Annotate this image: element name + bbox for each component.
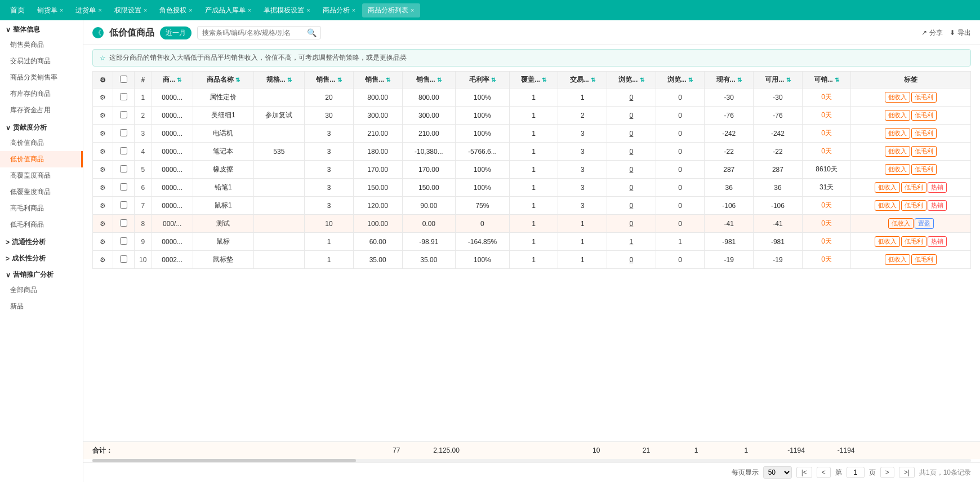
th-sales-amount[interactable]: 销售... ⇅	[353, 72, 402, 89]
row-checkbox[interactable]	[120, 165, 127, 173]
search-input[interactable]	[197, 26, 321, 39]
td-checkbox[interactable]	[113, 125, 135, 143]
sidebar-item-high-margin[interactable]: 高毛利商品	[0, 200, 83, 216]
th-name[interactable]: 商品名称 ⇅	[193, 72, 253, 89]
row-checkbox[interactable]	[120, 201, 127, 209]
td-browse1[interactable]: 0	[607, 197, 656, 215]
nav-purchase[interactable]: 进货单 ×	[70, 3, 107, 17]
sidebar-item-stocked-products[interactable]: 有库存的商品	[0, 86, 83, 102]
td-browse1[interactable]: 0	[607, 107, 656, 125]
sidebar-item-sales-products[interactable]: 销售类商品	[0, 37, 83, 53]
th-spec[interactable]: 规格... ⇅	[253, 72, 305, 89]
td-browse1[interactable]: 0	[607, 161, 656, 179]
export-button[interactable]: ⬇ 导出	[950, 28, 971, 38]
td-settings[interactable]: ⚙	[93, 125, 113, 143]
sidebar-item-capital-usage[interactable]: 库存资金占用	[0, 102, 83, 118]
th-sellable[interactable]: 可销... ⇅	[802, 72, 851, 89]
row-checkbox[interactable]	[120, 147, 127, 154]
td-browse1[interactable]: 1	[607, 233, 656, 251]
sidebar-item-low-coverage[interactable]: 低覆盖度商品	[0, 184, 83, 200]
page-size-select[interactable]: 50 100 200	[763, 466, 792, 479]
th-avail[interactable]: 可用... ⇅	[754, 72, 803, 89]
td-checkbox[interactable]	[113, 143, 135, 161]
td-settings[interactable]: ⚙	[93, 161, 113, 179]
sidebar-item-high-value[interactable]: 高价值商品	[0, 135, 83, 151]
nav-close-permissions[interactable]: ×	[144, 7, 147, 14]
browse-link[interactable]: 0	[630, 148, 634, 156]
nav-permissions[interactable]: 权限设置 ×	[109, 3, 153, 17]
nav-close-analysis[interactable]: ×	[352, 7, 355, 14]
nav-products[interactable]: 产成品入库单 ×	[199, 3, 257, 17]
td-browse1[interactable]: 0	[607, 251, 656, 269]
sidebar-item-all-products[interactable]: 全部商品	[0, 282, 83, 298]
td-checkbox[interactable]	[113, 233, 135, 251]
td-checkbox[interactable]	[113, 197, 135, 215]
row-checkbox[interactable]	[120, 237, 127, 245]
nav-product-analysis[interactable]: 商品分析 ×	[317, 3, 361, 17]
th-settings[interactable]: ⚙	[93, 72, 113, 89]
sidebar-group-growth[interactable]: > 成长性分析	[0, 249, 83, 266]
table-wrap[interactable]: ⚙ # 商... ⇅ 商品名称 ⇅ 规格... ⇅ 销售... ⇅ 销售... …	[83, 71, 980, 441]
td-browse1[interactable]: 0	[607, 215, 656, 233]
nav-roles[interactable]: 角色授权 ×	[154, 3, 198, 17]
browse-link[interactable]: 0	[630, 166, 634, 174]
td-checkbox[interactable]	[113, 161, 135, 179]
th-coverage[interactable]: 覆盖... ⇅	[509, 72, 558, 89]
sidebar-item-traded-products[interactable]: 交易过的商品	[0, 53, 83, 69]
td-checkbox[interactable]	[113, 251, 135, 269]
browse-link[interactable]: 0	[630, 202, 634, 210]
sidebar-group-overview[interactable]: ∨ 整体信息	[0, 20, 83, 37]
td-checkbox[interactable]	[113, 89, 135, 107]
td-settings[interactable]: ⚙	[93, 215, 113, 233]
sidebar-item-category-rate[interactable]: 商品分类销售率	[0, 69, 83, 86]
row-checkbox[interactable]	[120, 219, 127, 227]
td-browse1[interactable]: 0	[607, 89, 656, 107]
browse-link[interactable]: 0	[630, 130, 634, 138]
browse-link[interactable]: 0	[630, 220, 634, 228]
row-checkbox[interactable]	[120, 183, 127, 191]
share-button[interactable]: ↗ 分享	[921, 28, 943, 38]
nav-templates[interactable]: 单据模板设置 ×	[258, 3, 315, 17]
nav-sales[interactable]: 销货单 ×	[32, 3, 69, 17]
browse-link[interactable]: 0	[630, 184, 634, 192]
nav-close-products[interactable]: ×	[248, 7, 251, 14]
sidebar-item-new-products[interactable]: 新品	[0, 298, 83, 315]
sidebar-item-high-coverage[interactable]: 高覆盖度商品	[0, 167, 83, 184]
sidebar-group-circulation[interactable]: > 流通性分析	[0, 233, 83, 249]
nav-home[interactable]: 首页	[5, 3, 30, 17]
td-settings[interactable]: ⚙	[93, 233, 113, 251]
browse-link[interactable]: 0	[630, 94, 634, 101]
sidebar-group-marketing[interactable]: ∨ 营销推广分析	[0, 266, 83, 282]
th-code[interactable]: 商... ⇅	[152, 72, 193, 89]
sidebar-item-low-value[interactable]: 低价值商品	[0, 151, 83, 167]
sidebar-item-low-margin[interactable]: 低毛利商品	[0, 216, 83, 233]
td-browse1[interactable]: 0	[607, 143, 656, 161]
nav-close-sales[interactable]: ×	[60, 7, 63, 14]
nav-close-analysis-list[interactable]: ×	[411, 7, 414, 14]
td-settings[interactable]: ⚙	[93, 89, 113, 107]
td-settings[interactable]: ⚙	[93, 179, 113, 197]
row-checkbox[interactable]	[120, 111, 127, 118]
th-browse1[interactable]: 浏览... ⇅	[607, 72, 656, 89]
th-margin[interactable]: 毛利率 ⇅	[456, 72, 510, 89]
td-settings[interactable]: ⚙	[93, 107, 113, 125]
browse-link[interactable]: 0	[630, 256, 634, 264]
nav-close-templates[interactable]: ×	[306, 7, 310, 14]
th-checkbox[interactable]	[113, 72, 135, 89]
browse-link[interactable]: 0	[630, 112, 634, 120]
row-checkbox[interactable]	[120, 255, 127, 263]
td-checkbox[interactable]	[113, 107, 135, 125]
last-page-button[interactable]: >|	[899, 467, 915, 478]
td-settings[interactable]: ⚙	[93, 143, 113, 161]
sidebar-group-contribution[interactable]: ∨ 贡献度分析	[0, 118, 83, 135]
td-browse1[interactable]: 0	[607, 125, 656, 143]
td-checkbox[interactable]	[113, 179, 135, 197]
td-settings[interactable]: ⚙	[93, 251, 113, 269]
nav-close-roles[interactable]: ×	[189, 7, 192, 14]
td-settings[interactable]: ⚙	[93, 197, 113, 215]
th-trade[interactable]: 交易... ⇅	[558, 72, 607, 89]
nav-product-analysis-list[interactable]: 商品分析列表 ×	[362, 3, 420, 17]
collapse-button[interactable]: 《	[92, 27, 104, 38]
page-input[interactable]	[847, 467, 865, 478]
select-all-checkbox[interactable]	[120, 76, 127, 83]
